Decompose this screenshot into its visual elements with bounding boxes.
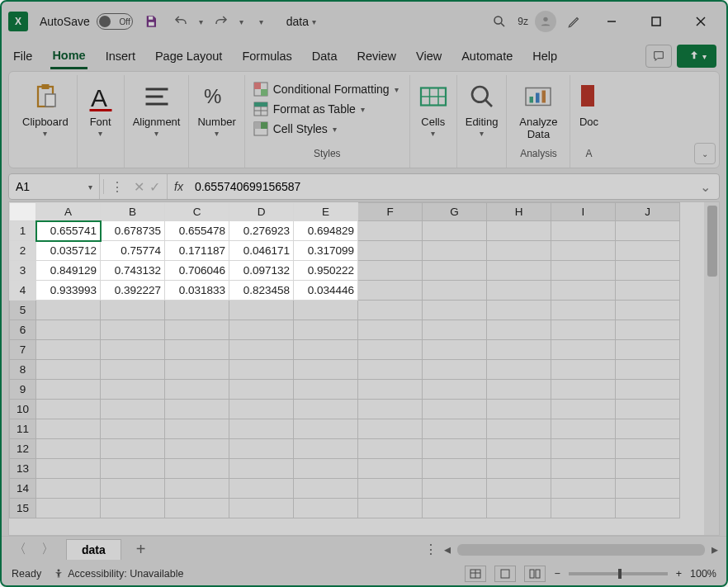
cell[interactable]: [616, 241, 680, 261]
cell[interactable]: [36, 400, 101, 419]
cell[interactable]: [423, 380, 487, 400]
cell[interactable]: [551, 320, 616, 340]
cancel-formula-icon[interactable]: ✕: [134, 179, 144, 195]
filename[interactable]: data ▾: [286, 15, 316, 28]
ribbon-group-editing[interactable]: Editing ▾: [457, 75, 508, 168]
formula-input[interactable]: [190, 180, 692, 193]
cell[interactable]: [229, 301, 294, 320]
cell[interactable]: [229, 439, 294, 459]
cell[interactable]: [616, 479, 680, 499]
cell[interactable]: [294, 380, 358, 400]
format-as-table-button[interactable]: Format as Table▾: [253, 102, 365, 116]
cell[interactable]: [616, 499, 680, 518]
cell[interactable]: [551, 261, 616, 281]
ribbon-group-number[interactable]: % Number ▾: [189, 75, 244, 168]
cell[interactable]: [551, 380, 616, 400]
cell[interactable]: [165, 380, 229, 400]
cell[interactable]: [165, 479, 229, 499]
cell[interactable]: [294, 479, 358, 499]
qat-customize-icon[interactable]: ▾: [250, 10, 273, 33]
cell[interactable]: [101, 320, 165, 340]
row-header[interactable]: 2: [10, 241, 36, 261]
cell[interactable]: [616, 360, 680, 380]
cell[interactable]: [358, 380, 423, 400]
cell[interactable]: [551, 459, 616, 479]
cell[interactable]: [616, 281, 680, 301]
cell[interactable]: [36, 459, 101, 479]
row-header[interactable]: 3: [10, 261, 36, 281]
cell[interactable]: 0.034446: [294, 281, 358, 301]
cell[interactable]: 0.171187: [165, 241, 229, 261]
cell[interactable]: [616, 320, 680, 340]
cell[interactable]: [101, 439, 165, 459]
cell[interactable]: [101, 499, 165, 518]
ribbon-group-font[interactable]: A Font ▾: [78, 75, 125, 168]
tab-page-layout[interactable]: Page Layout: [154, 45, 224, 68]
cell[interactable]: [423, 419, 487, 439]
view-page-break-button[interactable]: [524, 566, 546, 582]
cell[interactable]: [229, 340, 294, 360]
cell[interactable]: 0.276923: [229, 221, 294, 241]
cell[interactable]: [36, 380, 101, 400]
cell[interactable]: [165, 400, 229, 419]
cell[interactable]: [294, 439, 358, 459]
cell[interactable]: [36, 320, 101, 340]
row-header[interactable]: 10: [10, 400, 36, 419]
cell[interactable]: [616, 400, 680, 419]
conditional-formatting-button[interactable]: Conditional Formatting▾: [253, 82, 399, 97]
tab-help[interactable]: Help: [531, 45, 559, 68]
cell[interactable]: [294, 301, 358, 320]
name-box[interactable]: A1 ▾: [9, 174, 100, 199]
cell[interactable]: [294, 360, 358, 380]
cell[interactable]: [423, 459, 487, 479]
tab-automate[interactable]: Automate: [460, 45, 514, 68]
row-header[interactable]: 8: [10, 360, 36, 380]
cell[interactable]: [487, 499, 551, 518]
alignment-dropdown-icon[interactable]: ▾: [154, 129, 158, 138]
cell[interactable]: [36, 301, 101, 320]
cell[interactable]: [165, 360, 229, 380]
worksheet-grid[interactable]: ABCDEFGHIJ10.6557410.6787350.6554780.276…: [8, 201, 720, 536]
name-box-dropdown-icon[interactable]: ▾: [88, 182, 92, 192]
user-avatar-icon[interactable]: [535, 11, 556, 32]
cell[interactable]: [358, 261, 423, 281]
cell[interactable]: [358, 241, 423, 261]
cell[interactable]: [101, 301, 165, 320]
cell[interactable]: 0.743132: [101, 261, 165, 281]
redo-icon[interactable]: [210, 10, 233, 33]
cell[interactable]: [423, 281, 487, 301]
column-header[interactable]: D: [229, 203, 294, 221]
cell[interactable]: 0.655478: [165, 221, 229, 241]
cell[interactable]: [101, 459, 165, 479]
cell[interactable]: [487, 439, 551, 459]
redo-dropdown-icon[interactable]: ▾: [239, 17, 243, 26]
tab-formulas[interactable]: Formulas: [240, 45, 293, 68]
cell[interactable]: [551, 360, 616, 380]
cell[interactable]: 0.046171: [229, 241, 294, 261]
cell[interactable]: [36, 479, 101, 499]
search-icon[interactable]: [488, 10, 511, 33]
row-header[interactable]: 9: [10, 380, 36, 400]
cell[interactable]: [165, 301, 229, 320]
cell[interactable]: [551, 301, 616, 320]
formula-menu-icon[interactable]: ⋮: [107, 179, 127, 195]
ribbon-group-analyze[interactable]: Analyze Data Analysis: [507, 75, 570, 168]
accessibility-status[interactable]: Accessibility: Unavailable: [53, 568, 183, 580]
zoom-slider[interactable]: [569, 572, 668, 575]
column-header[interactable]: A: [36, 203, 101, 221]
cell[interactable]: [358, 340, 423, 360]
comments-button[interactable]: [645, 45, 672, 68]
cell[interactable]: 0.678735: [101, 221, 165, 241]
cell[interactable]: [36, 340, 101, 360]
zoom-out-button[interactable]: −: [554, 568, 560, 580]
cell[interactable]: 0.933993: [36, 281, 101, 301]
cell[interactable]: [229, 419, 294, 439]
cell[interactable]: [294, 459, 358, 479]
save-icon[interactable]: [139, 10, 163, 33]
cell[interactable]: [229, 380, 294, 400]
cell[interactable]: [616, 340, 680, 360]
cell[interactable]: [423, 400, 487, 419]
close-button[interactable]: [682, 8, 720, 35]
ribbon-group-alignment[interactable]: Alignment ▾: [125, 75, 190, 168]
cell[interactable]: [487, 301, 551, 320]
